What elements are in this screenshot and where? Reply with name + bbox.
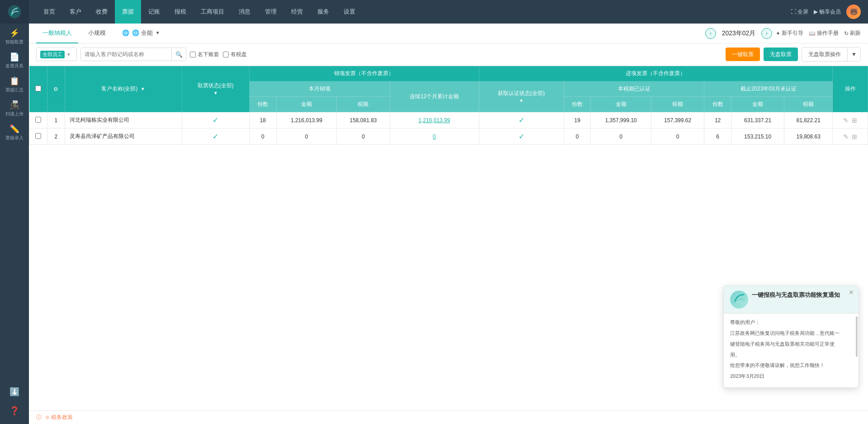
- employee-selector[interactable]: 全部员工 ▼: [36, 48, 77, 61]
- tab-right-actions: ✦ 新手引导 📖 操作手册 ↻ 刷新: [776, 29, 861, 37]
- no-disk-ops-dropdown[interactable]: ▼: [847, 48, 860, 61]
- view-button[interactable]: ⊞: [852, 117, 857, 124]
- cert-status-icon: ✓: [519, 133, 524, 140]
- topnav-item-home[interactable]: 首页: [36, 0, 62, 24]
- next-month-button[interactable]: ›: [761, 28, 772, 39]
- row-purchase-count: 19: [564, 112, 591, 129]
- lightning-icon: ⚡: [9, 28, 19, 38]
- row-sales-count: 18: [250, 112, 277, 129]
- manual-button[interactable]: 📖 操作手册: [809, 29, 839, 37]
- sidebar-item-data-entry[interactable]: ✏️ 票据录入: [0, 119, 29, 143]
- avatar[interactable]: 🐻: [846, 5, 861, 19]
- row-uncert-tax: 19,808.63: [784, 129, 833, 145]
- th-uncert-count: 份数: [704, 97, 731, 112]
- subaccount-checkbox[interactable]: [190, 52, 196, 57]
- row-purchase-amount: 1,357,999.10: [591, 112, 651, 129]
- sidebar-item-download[interactable]: ⬇️: [0, 383, 29, 400]
- info-icon: ⓘ: [36, 414, 42, 421]
- th-checkbox[interactable]: [29, 66, 47, 112]
- sidebar-item-issue-invoice[interactable]: 📄 发票开具: [0, 48, 29, 71]
- th-uncert-tax: 税额: [784, 97, 833, 112]
- search-button[interactable]: 🔍: [171, 48, 186, 61]
- notif-date: 2023年3月20日: [730, 372, 852, 381]
- body-line1: 江苏政务网已恢复访问电子税务局功能，意代账一: [730, 329, 852, 338]
- fullscreen-icon: ⛶: [791, 9, 796, 15]
- topnav-item-message[interactable]: 消息: [231, 0, 258, 24]
- topnav-items: 首页 客户 收费 票据 记账 报税 工商项目 消息 管理 经营 服务 设置: [36, 0, 791, 24]
- topnav-item-operation[interactable]: 经营: [284, 0, 310, 24]
- notification-close-button[interactable]: ✕: [849, 289, 854, 296]
- cumulative12-link[interactable]: 0: [433, 133, 436, 140]
- tab-small-scale[interactable]: 小规模: [82, 24, 112, 43]
- topnav-item-tax[interactable]: 报税: [167, 0, 193, 24]
- taxdisk-checkbox-label[interactable]: 有税盘: [223, 51, 247, 58]
- prev-month-button[interactable]: ‹: [705, 28, 716, 39]
- search-input[interactable]: [81, 48, 171, 61]
- book-icon: 📖: [809, 30, 816, 37]
- sidebar-item-smart-fetch[interactable]: ⚡ 智能取票: [0, 24, 29, 48]
- topnav-item-invoice[interactable]: 票据: [115, 0, 141, 24]
- sidebar-item-invoice-summary[interactable]: 📋 票据汇总: [0, 71, 29, 95]
- fullscreen-button[interactable]: ⛶ 全屏: [791, 8, 808, 16]
- row-customer-name: 河北柯瑞栋实业有限公司: [65, 112, 182, 129]
- filter-icon[interactable]: ▼: [519, 98, 524, 103]
- current-date: 2023年02月: [721, 29, 757, 38]
- tab-general-taxpayer[interactable]: 一般纳税人: [36, 24, 78, 43]
- topnav-item-customers[interactable]: 客户: [62, 0, 89, 24]
- cumulative12-link[interactable]: 1,216,013.99: [419, 117, 450, 124]
- view-button[interactable]: ⊞: [852, 133, 857, 140]
- topnav-item-settings[interactable]: 设置: [336, 0, 363, 24]
- chevron-down-icon: ▼: [156, 30, 160, 35]
- topnav-item-billing[interactable]: 收费: [89, 0, 115, 24]
- globe-icon: 🌐: [122, 29, 129, 36]
- row-num: 2: [47, 129, 65, 145]
- row-actions: ✎ ⊞: [833, 129, 868, 145]
- notification-scrollbar[interactable]: [856, 316, 858, 357]
- filter-icon[interactable]: ▼: [213, 91, 218, 95]
- tax-policy-link[interactable]: ⊙ 税务政策: [45, 414, 73, 421]
- refresh-button[interactable]: ↻ 刷新: [844, 29, 861, 37]
- row-actions: ✎ ⊞: [833, 112, 868, 129]
- no-disk-fetch-button[interactable]: 无盘取票: [764, 48, 798, 61]
- download-icon: ⬇️: [9, 387, 19, 397]
- svg-point-1: [10, 14, 13, 16]
- sidebar-item-help[interactable]: ❓: [0, 402, 29, 419]
- one-key-fetch-button[interactable]: 一键取票: [726, 48, 760, 61]
- body-line3: 用。: [730, 351, 852, 360]
- topnav-item-bizproject[interactable]: 工商项目: [193, 0, 231, 24]
- edit-button[interactable]: ✎: [843, 117, 849, 124]
- bottom-bar: ⓘ ⊙ 税务政策: [29, 410, 868, 424]
- new-guide-button[interactable]: ✦ 新手引导: [776, 29, 803, 37]
- sidebar-bottom: ⬇️ ❓: [0, 383, 29, 424]
- member-button[interactable]: ▶ 畅享会员: [814, 8, 841, 16]
- no-disk-ops-button[interactable]: 无盘取票操作: [802, 48, 847, 61]
- topnav-item-service[interactable]: 服务: [310, 0, 336, 24]
- topnav-item-management[interactable]: 管理: [258, 0, 284, 24]
- notification-body: 尊敬的用户： 江苏政务网已恢复访问电子税务局功能，意代账一 键登陆电子税务局与无…: [724, 314, 859, 387]
- th-cert-status: 获取认证状态(全部) ▼: [479, 81, 564, 112]
- row-checkbox[interactable]: [35, 117, 41, 123]
- tab-all[interactable]: 🌐 🌐 全能 ▼: [116, 24, 166, 43]
- refresh-icon: ↻: [844, 30, 849, 37]
- topnav-item-bookkeeping[interactable]: 记账: [141, 0, 167, 24]
- th-settings[interactable]: ⚙: [47, 66, 65, 112]
- filter-icon[interactable]: ▼: [141, 86, 145, 91]
- th-cert-amount: 金额: [591, 97, 651, 112]
- row-checkbox-cell[interactable]: [29, 129, 47, 145]
- sidebar-logo[interactable]: [0, 0, 29, 24]
- row-checkbox-cell[interactable]: [29, 112, 47, 129]
- sidebar-item-scan-upload[interactable]: 📠 扫描上传: [0, 95, 29, 119]
- edit-button[interactable]: ✎: [843, 133, 849, 140]
- search-box: 🔍: [80, 48, 186, 61]
- search-icon: 🔍: [175, 51, 183, 58]
- select-all-checkbox[interactable]: [35, 86, 41, 91]
- subaccount-checkbox-label[interactable]: 名下账套: [190, 51, 219, 58]
- sidebar: ⚡ 智能取票 📄 发票开具 📋 票据汇总 📠 扫描上传 ✏️ 票据录入 ⬇️ ❓: [0, 0, 29, 424]
- table-row: 2 灵寿县尚泽矿产品有限公司 ✓ 0 0 0 0 ✓ 0 0 0 6 153,2…: [29, 129, 868, 145]
- tab-bar: 一般纳税人 小规模 🌐 🌐 全能 ▼ ‹ 2023年02月 › ✦ 新手引导: [29, 24, 868, 43]
- body-line4: 给您带来的不便敬请谅解，祝您工作顺快！: [730, 361, 852, 370]
- taxdisk-checkbox[interactable]: [223, 52, 229, 57]
- sidebar-item-label: 智能取票: [5, 39, 24, 45]
- th-cert-count: 份数: [564, 97, 591, 112]
- row-checkbox[interactable]: [35, 133, 41, 139]
